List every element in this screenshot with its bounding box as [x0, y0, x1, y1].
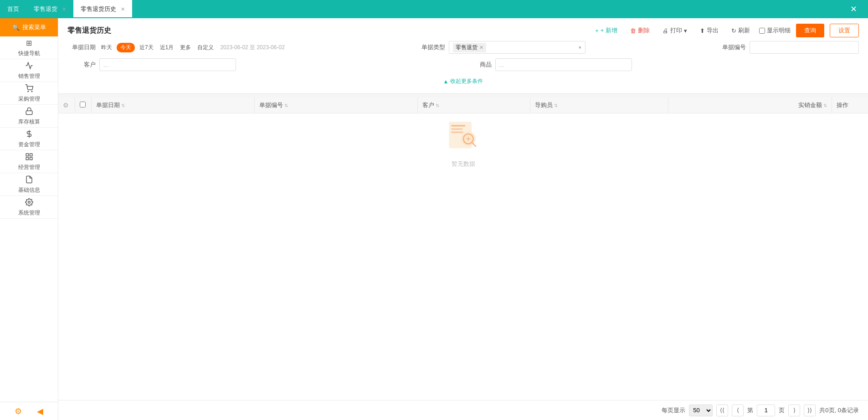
sidebar-item-sys-mgmt[interactable]: 系统管理	[0, 196, 58, 219]
svg-rect-5	[30, 154, 32, 156]
window-close-icon[interactable]: ✕	[847, 2, 861, 16]
number-sort-icon: ⇅	[284, 103, 288, 108]
collapse-sidebar-icon[interactable]: ◀	[37, 406, 43, 416]
type-label: 单据类型	[417, 43, 449, 51]
sidebar-item-finance-label: 资金管理	[18, 141, 40, 149]
th-customer[interactable]: 客户 ⇅	[418, 97, 530, 113]
sidebar-item-basic-info[interactable]: 基础信息	[0, 173, 58, 196]
date-btn-1month[interactable]: 近1月	[158, 43, 176, 52]
goods-label: 商品	[463, 61, 495, 69]
th-customer-label: 客户	[422, 101, 434, 109]
date-btn-custom[interactable]: 自定义	[195, 43, 216, 52]
tab-retail-return-history[interactable]: 零售退货历史 ✕	[73, 0, 132, 18]
svg-rect-7	[26, 158, 28, 160]
per-page-select[interactable]: 50 100 200	[689, 405, 713, 416]
number-input[interactable]	[750, 41, 859, 54]
operations-icon	[24, 152, 34, 162]
tab-retail-return-close[interactable]: ✕	[62, 6, 66, 12]
tab-retail-return[interactable]: 零售退货 ✕	[26, 0, 73, 18]
new-label: + 新增	[601, 26, 617, 35]
th-gear: ⚙	[58, 97, 75, 113]
sidebar-search[interactable]: 🔍 搜索菜单	[0, 18, 58, 36]
customer-input[interactable]: ...	[99, 58, 236, 71]
sales-icon	[24, 61, 34, 71]
first-page-button[interactable]: ⟨⟨	[716, 405, 728, 416]
sidebar-menu: ⊞ 快捷导航 销售管理 采购管理 库存核算	[0, 36, 58, 402]
type-tag: 零售退货 ✕	[453, 43, 486, 52]
goods-placeholder: ...	[499, 61, 504, 68]
tab-retail-return-history-close[interactable]: ✕	[121, 6, 125, 12]
refresh-button[interactable]: ↻ 刷新	[728, 25, 754, 36]
next-page-button[interactable]: ⟩	[788, 405, 800, 416]
th-number-label: 单据编号	[259, 101, 283, 109]
prev-page-button[interactable]: ⟨	[732, 405, 744, 416]
svg-rect-10	[451, 125, 466, 127]
date-btn-yesterday[interactable]: 昨天	[99, 43, 114, 52]
collapse-button[interactable]: ▲ 收起更多条件	[436, 76, 491, 87]
date-btn-more[interactable]: 更多	[178, 43, 193, 52]
type-filter-input[interactable]: 零售退货 ✕ ▾	[449, 41, 586, 54]
svg-point-1	[31, 91, 32, 92]
settings-icon[interactable]: ⚙	[15, 406, 22, 416]
filter-area: 单据日期 昨天 今天 近7天 近1月 更多 自定义 2023-06-02 至 2…	[58, 41, 868, 93]
export-icon: ⬆	[700, 27, 705, 34]
tab-home[interactable]: 首页	[0, 0, 26, 18]
data-table: ⚙ 单据日期 ⇅	[58, 97, 868, 113]
date-btn-today[interactable]: 今天	[117, 43, 135, 52]
customer-label: 客户	[67, 61, 99, 69]
pagination: 每页显示 50 100 200 ⟨⟨ ⟨ 第 页 ⟩ ⟩⟩ 共0页, 0条记录	[58, 400, 868, 420]
empty-illustration	[443, 113, 484, 154]
print-button[interactable]: 🖨 打印 ▾	[659, 25, 691, 36]
search-icon: 🔍	[12, 24, 20, 31]
sidebar-item-sales-mgmt[interactable]: 销售管理	[0, 59, 58, 82]
table-area: ⚙ 单据日期 ⇅	[58, 97, 868, 420]
th-number[interactable]: 单据编号 ⇅	[254, 97, 417, 113]
set-button[interactable]: 设置	[830, 24, 859, 37]
print-label: 打印	[670, 26, 682, 35]
select-all-checkbox[interactable]	[80, 102, 86, 108]
last-page-button[interactable]: ⟩⟩	[804, 405, 816, 416]
type-tag-close[interactable]: ✕	[479, 45, 483, 51]
page-number-input[interactable]	[757, 405, 775, 416]
th-checkbox	[75, 97, 91, 113]
display-detail-checkbox[interactable]	[759, 28, 765, 34]
tab-home-label: 首页	[7, 5, 19, 13]
new-button[interactable]: + + 新增	[591, 25, 621, 36]
sidebar-item-sales-label: 销售管理	[18, 72, 40, 80]
sidebar-item-purchase-label: 采购管理	[18, 95, 40, 103]
per-page-label: 每页显示	[662, 406, 685, 415]
sidebar-item-operations-label: 经营管理	[18, 164, 40, 171]
basic-info-icon	[24, 174, 34, 184]
title-row: 零售退货历史 + + 新增 🗑 删除 🖨 打印 ▾	[58, 18, 868, 41]
goods-input[interactable]: ...	[495, 58, 632, 71]
th-action: 操作	[832, 97, 868, 113]
th-date[interactable]: 单据日期 ⇅	[91, 97, 254, 113]
purchase-icon	[24, 83, 34, 93]
refresh-icon: ↻	[731, 27, 736, 34]
date-label: 单据日期	[67, 43, 99, 51]
collapse-label: 收起更多条件	[450, 77, 483, 85]
sidebar-item-operations[interactable]: 经营管理	[0, 150, 58, 173]
sidebar-item-purchase-mgmt[interactable]: 采购管理	[0, 82, 58, 105]
th-guide[interactable]: 导购员 ⇅	[530, 97, 668, 113]
th-amount[interactable]: 实销金额 ⇅	[668, 97, 832, 113]
sidebar-item-finance[interactable]: 资金管理	[0, 128, 58, 150]
sidebar-search-label: 搜索菜单	[22, 23, 46, 31]
export-label: 导出	[707, 26, 719, 35]
date-btn-7days[interactable]: 近7天	[138, 43, 155, 52]
gear-icon[interactable]: ⚙	[63, 102, 69, 109]
finance-icon	[24, 129, 34, 139]
delete-button[interactable]: 🗑 删除	[627, 25, 653, 36]
empty-state: 暂无数据	[58, 113, 868, 168]
sidebar-item-inventory[interactable]: 库存核算	[0, 105, 58, 128]
query-button[interactable]: 查询	[796, 24, 824, 37]
customer-sort-icon: ⇅	[436, 103, 439, 108]
page-label: 第	[747, 406, 753, 415]
export-button[interactable]: ⬆ 导出	[696, 25, 722, 36]
th-action-label: 操作	[837, 102, 848, 108]
total-info: 共0页, 0条记录	[819, 406, 859, 415]
main-panel: 零售退货历史 + + 新增 🗑 删除 🖨 打印 ▾	[58, 18, 868, 420]
guide-sort-icon: ⇅	[554, 103, 558, 108]
customer-placeholder: ...	[103, 61, 108, 68]
sidebar-item-quick-nav[interactable]: ⊞ 快捷导航	[0, 36, 58, 59]
